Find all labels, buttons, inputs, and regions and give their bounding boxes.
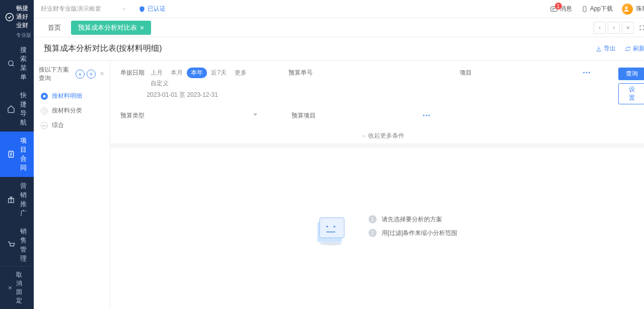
scheme-item-icon: [41, 107, 48, 114]
chevron-down-icon: [121, 7, 126, 12]
user-menu[interactable]: 珠珠: [622, 4, 644, 15]
home-icon: [7, 105, 15, 113]
scheme-item-icon: [41, 122, 48, 129]
content-area: 按以下方案查询 + 按材料明细按材料分类综合 单据日期 上月本月本年近7天更多自…: [34, 60, 644, 309]
scheme-title: 按以下方案查询: [39, 66, 74, 83]
collapse-left-icon: [99, 71, 105, 77]
message-badge: 1: [555, 3, 562, 10]
scheme-item-0[interactable]: 按材料明细: [39, 89, 105, 103]
scheme-item-label: 按材料分类: [52, 106, 82, 115]
tab-prev-button[interactable]: [594, 22, 606, 34]
project-input[interactable]: [480, 68, 581, 78]
nav-item-label: 快捷导航: [20, 91, 27, 127]
nav-item-label: 项目合同: [20, 136, 27, 172]
date-preset-本月[interactable]: 本月: [167, 68, 187, 78]
page-title: 预算成本分析对比表(按材料明细): [44, 43, 587, 54]
scheme-collapse-button[interactable]: [99, 71, 105, 78]
scheme-add-button[interactable]: +: [76, 70, 85, 79]
logo-icon: [5, 13, 14, 22]
filter-collapse-button[interactable]: 收起更多条件: [110, 129, 644, 143]
svg-point-1: [9, 61, 13, 66]
app-download-button[interactable]: App下载: [581, 5, 613, 13]
filter-wrap: 单据日期 上月本月本年近7天更多自定义 2023-01-01 至 2023-12…: [110, 60, 644, 309]
date-preset-更多[interactable]: 更多: [231, 68, 251, 78]
search-button[interactable]: 查询: [618, 68, 644, 80]
step-text-2: 用[过滤]条件来缩小分析范围: [382, 229, 458, 237]
date-preset-自定义[interactable]: 自定义: [147, 78, 173, 89]
sidebar-unpin[interactable]: 取消固定: [0, 266, 34, 309]
refresh-button[interactable]: 刷新: [625, 44, 644, 53]
tab-home[interactable]: 首页: [41, 21, 68, 35]
nav-item-home[interactable]: 快捷导航: [0, 86, 34, 132]
svg-rect-24: [319, 217, 344, 237]
budget-no-input[interactable]: [316, 68, 440, 78]
settings-button[interactable]: 设置: [618, 83, 644, 104]
tab-active-label: 预算成本分析对比表: [78, 23, 137, 32]
empty-state: 1 请先选择要分析的方案 2 用[过滤]条件来缩小分析范围: [110, 148, 644, 309]
project-more-icon[interactable]: ⋯: [583, 68, 591, 77]
date-presets: 上月本月本年近7天更多自定义: [147, 69, 251, 87]
account-name: 好业财专业版演示账套: [41, 5, 101, 13]
scheme-panel: 按以下方案查询 + 按材料明细按材料分类综合: [34, 60, 110, 309]
svg-point-20: [91, 74, 92, 75]
budget-type-label: 预算类型: [120, 110, 149, 120]
budget-item-input[interactable]: [320, 110, 420, 120]
budget-type-select[interactable]: [149, 110, 259, 120]
expand-icon: [639, 25, 644, 31]
budget-item-more-icon[interactable]: ⋯: [422, 110, 431, 120]
step-num-2: 2: [369, 229, 377, 237]
empty-step-2: 2 用[过滤]条件来缩小分析范围: [369, 229, 458, 237]
nav-item-sale[interactable]: 销售管理: [0, 222, 34, 266]
app-name: 畅捷通好业财: [16, 4, 29, 30]
close-icon: [625, 25, 630, 30]
fullscreen-button[interactable]: [636, 22, 644, 34]
scheme-list: 按材料明细按材料分类综合: [39, 89, 105, 133]
export-button[interactable]: 导出: [596, 44, 616, 53]
project-label: 项目: [460, 68, 480, 77]
nav-item-gift[interactable]: 营销推广: [0, 177, 34, 222]
page-header: 预算成本分析对比表(按材料明细) 导出 刷新: [34, 37, 644, 60]
nav-list: 搜索菜单快捷导航项目合同营销推广销售管理采购管理库存核算资金管理总账管理发票管理…: [0, 39, 34, 266]
app-logo: 畅捷通好业财: [0, 0, 34, 34]
sidebar: 畅捷通好业财 专业版 搜索菜单快捷导航项目合同营销推广销售管理采购管理库存核算资…: [0, 0, 34, 309]
tab-close-all-button[interactable]: [622, 22, 634, 34]
empty-illustration-icon: [308, 209, 353, 249]
message-button[interactable]: 消息 1: [550, 5, 572, 13]
tab-budget-analysis[interactable]: 预算成本分析对比表 ×: [71, 21, 151, 35]
date-preset-上月[interactable]: 上月: [147, 68, 167, 78]
nav-item-search[interactable]: 搜索菜单: [0, 41, 34, 86]
chevron-left-icon: [597, 25, 602, 30]
date-preset-本年[interactable]: 本年: [187, 68, 207, 78]
phone-icon: [581, 6, 588, 13]
scheme-settings-button[interactable]: [87, 70, 96, 79]
filter-area: 单据日期 上月本月本年近7天更多自定义 2023-01-01 至 2023-12…: [110, 60, 644, 129]
main-area: 好业财专业版演示账套 已认证 消息 1 App下载 珠珠: [34, 0, 644, 309]
sale-icon: [7, 241, 15, 249]
date-preset-近7天[interactable]: 近7天: [207, 68, 231, 78]
verified-badge: 已认证: [138, 5, 166, 13]
gift-icon: [7, 196, 15, 204]
tab-home-label: 首页: [48, 23, 61, 32]
scheme-item-label: 按材料明细: [52, 92, 82, 100]
chevron-right-icon: [611, 25, 616, 30]
tabbar: 首页 预算成本分析对比表 ×: [34, 18, 644, 37]
svg-point-27: [319, 241, 341, 245]
scheme-item-2[interactable]: 综合: [39, 118, 105, 133]
account-selector[interactable]: 好业财专业版演示账套: [41, 5, 126, 13]
gear-icon: [89, 72, 94, 77]
step-text-1: 请先选择要分析的方案: [382, 215, 442, 224]
svg-rect-18: [583, 6, 586, 12]
search-icon: [7, 59, 15, 68]
tab-close-icon[interactable]: ×: [140, 24, 144, 32]
chevron-up-double-icon: [361, 134, 366, 139]
app-download-label: App下载: [590, 5, 613, 13]
refresh-icon: [625, 46, 631, 52]
nav-item-contract[interactable]: 项目合同: [0, 132, 34, 177]
tab-next-button[interactable]: [608, 22, 620, 34]
contract-icon: [7, 150, 15, 158]
refresh-label: 刷新: [633, 44, 644, 53]
scheme-item-icon: [41, 93, 48, 100]
empty-step-1: 1 请先选择要分析的方案: [369, 215, 458, 224]
scheme-item-1[interactable]: 按材料分类: [39, 103, 105, 118]
budget-no-label: 预算单号: [289, 68, 315, 77]
